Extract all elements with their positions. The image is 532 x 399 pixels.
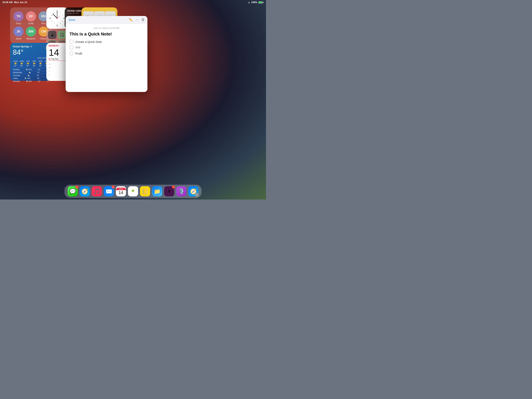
- dock-files[interactable]: 📁: [152, 186, 162, 196]
- battery-icon: [258, 1, 264, 4]
- status-bar: 10:06 AM Mon Jun 14 ▲ 100%: [0, 0, 266, 5]
- contact-emily[interactable]: EF Emily: [26, 11, 36, 25]
- quicknote-popup: Done ✏️ ··· ☰ June 14, 2021 at 10:06 AM …: [66, 16, 147, 92]
- contact-name-jacob: Jacob: [16, 37, 21, 40]
- contacts-widget: TH Tracy EF Emily RH Rory JK Jacob BM Be…: [10, 7, 52, 44]
- note-toolbar-icons: ✏️ ··· ☰: [129, 18, 144, 22]
- dock-photos[interactable]: [128, 186, 138, 196]
- svg-text:5: 5: [60, 23, 61, 24]
- note-toolbar: Done ✏️ ··· ☰: [66, 16, 147, 24]
- dock-calendar[interactable]: MON 14: [116, 186, 126, 196]
- weather-hourly: 11AM☀️87° 12PM☀️89° 1PM☀️91° 2PM☀️89° 3P…: [13, 60, 49, 67]
- weather-temp: 84°: [13, 48, 32, 57]
- svg-point-20: [57, 18, 58, 19]
- note-more-icon[interactable]: ···: [136, 18, 139, 22]
- control-tablet[interactable]: 📱: [48, 31, 57, 39]
- svg-text:8: 8: [51, 20, 52, 22]
- dock-badge-messages: 3: [75, 186, 78, 189]
- contact-avatar-emily: EF: [26, 11, 36, 21]
- svg-text:1: 1: [60, 12, 61, 13]
- svg-text:2: 2: [62, 14, 63, 16]
- status-time: 10:06 AM: [2, 1, 13, 4]
- dock-notes[interactable]: 📒: [140, 186, 150, 196]
- note-edit-icon[interactable]: ✏️: [129, 18, 133, 22]
- check-circle-3: [70, 51, 73, 55]
- note-title: This is a Quick Note!: [70, 32, 144, 37]
- note-item-3[interactable]: Profit: [70, 51, 144, 55]
- dock-badge-slack: 1: [172, 186, 175, 189]
- dock-mail[interactable]: ✉️ 6: [104, 186, 114, 196]
- weather-widget: Ocean Springs ↗ 84° ☀️ Heat advisory 11A…: [10, 43, 52, 81]
- note-item-2[interactable]: ???: [70, 45, 144, 50]
- check-circle-2: [70, 45, 73, 50]
- svg-text:7: 7: [54, 23, 54, 24]
- contact-jacob[interactable]: JK Jacob: [13, 26, 24, 40]
- contact-name-emily: Emily: [28, 22, 34, 25]
- dock-badge-mail: 6: [112, 186, 115, 189]
- dock-safari-settings[interactable]: 🧭 ⚙️: [188, 186, 198, 196]
- contact-benjamin[interactable]: BM Benjamin: [26, 26, 36, 40]
- svg-text:10: 10: [51, 14, 53, 16]
- svg-text:3: 3: [63, 17, 64, 19]
- weather-location: Ocean Springs ↗: [13, 45, 32, 48]
- contact-avatar-jacob: JK: [13, 26, 24, 37]
- contact-name-benjamin: Benjamin: [27, 37, 36, 40]
- note-checklist: Create a Quick Note ??? Profit: [70, 40, 144, 55]
- dock-podcasts[interactable]: 🎙️: [176, 186, 186, 196]
- contact-name-tracy: Tracy: [16, 22, 21, 25]
- dock: 💬 3 🧭 🎵 ✉️ 6 MON 14 📒 📁 # 1 🎙️ 🧭 ⚙️: [64, 185, 202, 198]
- weather-forecast: Tuesday🌦️ 50%92°74° Wednesday⛅91°72° Thu…: [13, 68, 49, 83]
- check-circle-1: [70, 40, 73, 44]
- status-date: Mon Jun 14: [14, 1, 27, 4]
- dock-messages[interactable]: 💬 3: [68, 186, 78, 196]
- svg-text:4: 4: [62, 20, 63, 22]
- contact-name-rory: Rory: [41, 22, 46, 25]
- stock-symbol-doge: DOGE-USD: [67, 9, 81, 12]
- note-list-icon[interactable]: ☰: [142, 18, 144, 22]
- contact-avatar-tracy: TH: [13, 11, 24, 21]
- dock-slack[interactable]: # 1: [164, 186, 174, 196]
- note-date: June 14, 2021 at 10:06 AM: [70, 27, 144, 29]
- wifi-icon: ▲: [248, 1, 250, 4]
- note-item-1[interactable]: Create a Quick Note: [70, 40, 144, 44]
- stock-name-doge: Dogecoin USD: [67, 12, 79, 14]
- note-content: June 14, 2021 at 10:06 AM This is a Quic…: [66, 24, 147, 60]
- dock-music[interactable]: 🎵: [92, 186, 102, 196]
- svg-text:9: 9: [50, 17, 51, 19]
- svg-text:11: 11: [53, 12, 55, 13]
- control-headphones[interactable]: 🎧: [58, 31, 66, 39]
- contact-tracy[interactable]: TH Tracy: [13, 11, 24, 25]
- dock-safari[interactable]: 🧭: [80, 186, 90, 196]
- svg-text:6: 6: [57, 24, 58, 26]
- contact-avatar-benjamin: BM: [26, 26, 36, 37]
- note-done-button[interactable]: Done: [69, 18, 75, 21]
- svg-point-22: [133, 190, 133, 192]
- clock-face: 12 3 6 9 1 2 4 5 7 8 10 11: [48, 9, 66, 27]
- battery-percent: 100%: [251, 1, 257, 4]
